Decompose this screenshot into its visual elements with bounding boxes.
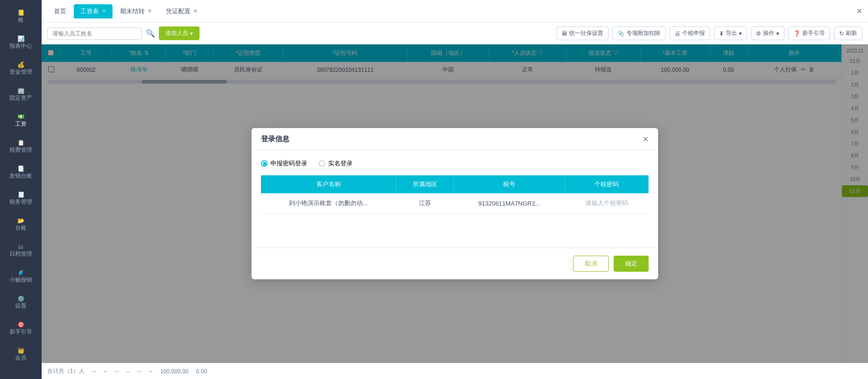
operations-dropdown-icon: ▾ <box>776 30 779 37</box>
guide-toolbar-icon: ❓ <box>793 30 800 37</box>
sidebar: 📒 账 📊 报表中心 💰 资金管理 🏢 固定资产 💵 工资 📋 税费管理 📑 发… <box>0 0 42 379</box>
salary-icon: 💵 <box>17 113 25 120</box>
sidebar-item-reports[interactable]: 📊 报表中心 <box>0 30 42 56</box>
tab-salary-table-close[interactable]: ✕ <box>102 8 106 14</box>
sidebar-item-settings[interactable]: ⚙️ 设置 <box>0 290 42 316</box>
tab-salary-table[interactable]: 工资表 ✕ <box>74 4 113 18</box>
sidebar-item-tazhang[interactable]: 📂 台账 <box>0 212 42 238</box>
footer-total-allowance: 0.00 <box>196 368 207 375</box>
modal-close-button[interactable]: ✕ <box>642 135 649 144</box>
tab-period-end[interactable]: 期末结转 ✕ <box>113 4 158 18</box>
tax-report-icon: 🖨 <box>675 30 680 37</box>
guide-icon: 🎯 <box>17 321 25 328</box>
search-icon[interactable]: 🔍 <box>146 29 155 38</box>
radio-option-realname[interactable]: 实名登录 <box>319 159 353 168</box>
sidebar-item-salary[interactable]: 💵 工资 <box>0 108 42 134</box>
sidebar-item-expense[interactable]: 🧳 小畅报销 <box>0 264 42 290</box>
ledger-icon: 📑 <box>17 165 25 172</box>
sidebar-item-account[interactable]: 📒 账 <box>0 4 42 30</box>
tab-period-end-close[interactable]: ✕ <box>148 8 152 14</box>
operations-button[interactable]: ⚙ 操作 ▾ <box>751 26 784 40</box>
expense-icon: 🧳 <box>17 269 25 276</box>
sidebar-item-ledger[interactable]: 📑 发销台账 <box>0 160 42 186</box>
refresh-icon: ↻ <box>839 30 844 37</box>
sidebar-item-funds[interactable]: 💰 资金管理 <box>0 56 42 82</box>
login-info-modal: 登录信息 ✕ 申报密码登录 实名登录 <box>252 128 658 279</box>
modal-title: 登录信息 <box>261 135 289 144</box>
table-footer: 合计共（1）人 -- -- -- -- -- -- 100,000.00 0.0… <box>42 363 868 379</box>
total-count: 合计共（1）人 <box>47 367 85 375</box>
modal-body: 申报密码登录 实名登录 客户名称 所属地区 税号 <box>252 150 658 248</box>
radio-group: 申报密码登录 实名登录 <box>261 159 649 168</box>
tax-mgmt-icon: 🧾 <box>17 191 25 198</box>
topbar: 首页 工资表 ✕ 期末结转 ✕ 凭证配置 ✕ ✕ <box>42 0 868 23</box>
footer-dash-5: -- <box>138 368 141 375</box>
tab-voucher-config-close[interactable]: ✕ <box>193 8 198 14</box>
tax-icon: 📋 <box>17 139 25 146</box>
modal-cell-tax-number: 91320811MA7NGR2... <box>454 193 565 214</box>
modal-header: 登录信息 ✕ <box>252 128 658 150</box>
footer-dash-1: -- <box>92 368 96 375</box>
modal-confirm-button[interactable]: 确定 <box>614 256 649 272</box>
refresh-button[interactable]: ↻ 刷新 <box>834 26 862 40</box>
footer-dash-2: -- <box>104 368 107 375</box>
social-security-button[interactable]: 🏛 统一社保设置 <box>556 26 608 40</box>
modal-overlay: 登录信息 ✕ 申报密码登录 实名登录 <box>42 44 868 363</box>
export-dropdown-icon: ▾ <box>739 30 742 37</box>
sidebar-item-tax-mgmt[interactable]: 🧾 税务管理 <box>0 186 42 212</box>
dropdown-icon: ▾ <box>190 30 193 37</box>
modal-table-row: 刘小艳演示账套（勿删勿动... 江苏 91320811MA7NGR2... 请输… <box>261 193 649 214</box>
modal-col-tax-number: 税号 <box>454 175 565 193</box>
modal-cancel-button[interactable]: 取消 <box>573 256 609 272</box>
radio-option-password[interactable]: 申报密码登录 <box>261 159 307 168</box>
modal-col-region: 所属地区 <box>396 175 454 193</box>
tazhang-icon: 📂 <box>17 217 25 224</box>
radio-realname-indicator <box>319 160 325 167</box>
archive-icon: 🗂 <box>18 243 24 250</box>
modal-cell-password: 请输入个税密码 <box>565 193 649 214</box>
tab-home[interactable]: 首页 <box>47 4 73 18</box>
main-area: 首页 工资表 ✕ 期末结转 ✕ 凭证配置 ✕ ✕ 🔍 添加人员 ▾ 🏛 统一社保… <box>42 0 868 379</box>
footer-total-salary: 100,000.00 <box>160 368 189 375</box>
export-icon: ⬇ <box>719 30 724 37</box>
footer-dash-4: -- <box>126 368 130 375</box>
guide-button[interactable]: ❓ 新手引导 <box>788 26 830 40</box>
modal-table: 客户名称 所属地区 税号 个税密码 刘小艳演示账套（勿删勿动... 江苏 913… <box>261 175 649 214</box>
add-person-button[interactable]: 添加人员 ▾ <box>159 26 200 40</box>
member-icon: 👑 <box>17 347 25 354</box>
modal-cell-region: 江苏 <box>396 193 454 214</box>
footer-dash-6: -- <box>149 368 153 375</box>
settings-icon: ⚙️ <box>17 295 25 302</box>
assets-icon: 🏢 <box>17 87 25 94</box>
reports-icon: 📊 <box>17 35 25 42</box>
toolbar: 🔍 添加人员 ▾ 🏛 统一社保设置 📎 专项附加扣除 🖨 个税申报 ⬇ 导出 ▾… <box>42 23 868 44</box>
tax-report-button[interactable]: 🖨 个税申报 <box>669 26 710 40</box>
main-close-button[interactable]: ✕ <box>856 7 862 16</box>
modal-footer: 取消 确定 <box>252 248 658 279</box>
social-security-icon: 🏛 <box>562 30 567 37</box>
operations-icon: ⚙ <box>756 30 761 37</box>
funds-icon: 💰 <box>17 61 25 68</box>
sidebar-item-archive[interactable]: 🗂 日档管理 <box>0 238 42 264</box>
modal-col-password: 个税密码 <box>565 175 649 193</box>
sidebar-item-assets[interactable]: 🏢 固定资产 <box>0 82 42 108</box>
export-button[interactable]: ⬇ 导出 ▾ <box>714 26 747 40</box>
radio-password-indicator <box>261 160 268 167</box>
sidebar-item-guide[interactable]: 🎯 新手引导 <box>0 316 42 342</box>
sidebar-item-tax[interactable]: 📋 税费管理 <box>0 134 42 160</box>
account-icon: 📒 <box>17 9 25 16</box>
special-deduction-icon: 📎 <box>617 30 625 37</box>
footer-dash-3: -- <box>115 368 119 375</box>
search-input[interactable] <box>47 27 142 40</box>
modal-col-client-name: 客户名称 <box>261 175 396 193</box>
modal-cell-client-name: 刘小艳演示账套（勿删勿动... <box>261 193 396 214</box>
tab-voucher-config[interactable]: 凭证配置 ✕ <box>159 4 204 18</box>
sidebar-item-member[interactable]: 👑 会员 <box>0 342 42 368</box>
special-deduction-button[interactable]: 📎 专项附加扣除 <box>612 26 666 40</box>
